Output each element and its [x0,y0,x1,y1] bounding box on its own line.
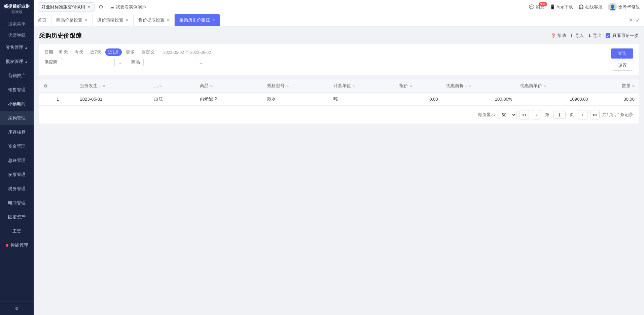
sidebar-item-funds[interactable]: 资金管理 [0,139,34,153]
query-button[interactable]: 查询 [611,48,633,59]
col-spec[interactable]: 规格型号 ⇅ [263,79,329,93]
col-more[interactable]: ... ⇅ [150,79,196,93]
tab-product-price-close[interactable]: ✕ [84,18,87,22]
sort-product-icon: ⇅ [210,84,213,88]
supplier-input[interactable] [61,58,115,66]
col-quantity[interactable]: 数量 ⇅ [592,79,639,93]
topbar-settings-icon[interactable]: ⚙ [97,2,105,11]
app-download-button[interactable]: 📱 App下载 [550,4,573,10]
page-actions: ❓ 帮助 ⬆ 导入 ⬇ 导出 只看最后一次 [550,33,639,39]
last-page-button[interactable]: ⏭ [590,110,600,119]
page-number-input[interactable] [553,111,566,119]
gear-icon: ⚙ [44,83,48,89]
sidebar-item-salary[interactable]: 工资 [0,224,34,238]
date-btn-custom[interactable]: 自定义 [139,48,157,56]
app-label: App下载 [557,4,573,10]
expand-window-icon[interactable]: ⤢ [636,17,640,23]
prev-page-button[interactable]: ‹ [532,110,541,119]
demo-label: 我要看实例演示 [116,4,146,10]
first-page-button[interactable]: ⏮ [520,110,529,119]
tabbar: 首页 商品价格设置 ✕ 进价策略设置 ✕ 售价提取设置 ✕ 采购历史价跟踪 ✕ … [34,14,644,26]
date-range: 2023-05-02 至 2023-06-02 [163,50,211,56]
data-table: ⚙ 业务发生... ⇅ ... ⇅ [39,79,639,124]
message-badge: 99+ [539,2,547,6]
table-row[interactable]: 1 2023-05-31 浙江... 丙烯酸-2-... 散水 吨 0.00 1… [39,93,639,106]
import-button[interactable]: ⬆ 导入 [570,33,584,39]
settings-button[interactable]: 设置 [612,61,633,71]
version-chevron-icon: ▼ [87,5,91,9]
cell-price: 0.00 [395,93,442,106]
filter-actions: 查询 设置 [611,48,633,71]
tab-purchase-history-close[interactable]: ✕ [212,18,215,22]
product-ellipsis[interactable]: ... [200,60,204,65]
tab-sale-price-extract-close[interactable]: ✕ [167,18,170,22]
sidebar-item-retail[interactable]: 零售管理 ▲ [0,40,34,55]
date-btn-yesterday[interactable]: 昨天 [57,48,71,56]
version-selector[interactable]: 好业财标准版交付试用 ▼ [38,2,95,12]
date-label: 日期 [44,49,53,55]
sort-price-icon: ⇅ [409,84,412,88]
col-date[interactable]: 业务发生... ⇅ [76,79,150,93]
sidebar-item-ecommerce[interactable]: 电商管理 [0,196,34,210]
tab-purchase-strategy-close[interactable]: ✕ [126,18,129,22]
cell-spec: 散水 [263,93,329,106]
cell-index: 1 [52,93,76,106]
online-service-button[interactable]: 🎧 在线客服 [578,4,603,10]
settings-icon: ⚙ [15,306,19,311]
date-btn-7days[interactable]: 近7天 [87,48,104,56]
import-icon: ⬆ [570,33,574,38]
sidebar-settings[interactable]: ⚙ [0,302,34,315]
sidebar-item-ledger[interactable]: 总账管理 [0,153,34,168]
last-only-checkbox[interactable]: 只看最后一次 [606,33,639,39]
page-header: 采购历史价跟踪 ❓ 帮助 ⬆ 导入 ⬇ 导出 只看最后一次 [39,32,639,40]
message-button[interactable]: 💬 消息 99+ [529,4,544,10]
col-unit[interactable]: 计量单位 ⇅ [329,79,395,93]
demo-link[interactable]: ☁ 我要看实例演示 [110,4,146,10]
col-price[interactable]: 报价 ⇅ [395,79,442,93]
sidebar-search[interactable]: 搜索菜单 [0,18,34,30]
sidebar-item-ecommerce-small[interactable]: 小畅电商 [0,97,34,111]
tab-sale-price-extract[interactable]: 售价提取设置 ✕ [134,14,175,26]
service-label: 在线客服 [585,4,603,10]
cell-discount: 100.00% [442,93,516,106]
col-gear[interactable]: ⚙ [39,79,52,93]
date-btn-today[interactable]: 今天 [72,48,86,56]
tab-purchase-strategy[interactable]: 进价策略设置 ✕ [93,14,134,26]
col-product[interactable]: 商品 ⇅ [196,79,263,93]
date-btn-more[interactable]: 更多 [123,48,137,56]
user-menu[interactable]: 👤 徐泽华修改 [608,3,640,11]
help-icon: ❓ [550,33,556,38]
tab-purchase-history[interactable]: 采购历史价跟踪 ✕ [175,14,220,26]
sidebar-item-wholesale[interactable]: 批发管理 ▲ [0,55,34,69]
col-discount[interactable]: 优惠前折... ⇅ [442,79,516,93]
sidebar-item-invoice[interactable]: 发票管理 [0,168,34,182]
page-label-prefix: 第 [545,112,549,118]
wholesale-arrow: ▲ [25,60,28,64]
page-label-suffix: 页 [570,112,574,118]
demo-cloud-icon: ☁ [110,4,114,9]
page-content: 采购历史价跟踪 ❓ 帮助 ⬆ 导入 ⬇ 导出 只看最后一次 [34,26,644,315]
export-icon: ⬇ [588,33,592,38]
sidebar-item-smart[interactable]: 智能管理 [0,238,34,252]
checkbox-icon [606,33,610,38]
export-button[interactable]: ⬇ 导出 [588,33,602,39]
tab-home[interactable]: 首页 [38,14,51,26]
cell-gear [39,93,52,106]
sidebar: 畅捷通好业财 标准版 搜索菜单 快捷导航 零售管理 ▲ 批发管理 ▲ 营销推广 … [0,0,34,315]
sidebar-item-purchase[interactable]: 采购管理 [0,111,34,125]
next-page-button[interactable]: › [578,110,587,119]
close-window-icon[interactable]: ✕ [629,17,633,23]
date-btn-1month[interactable]: 近1月 [105,48,122,56]
tab-product-price[interactable]: 商品价格设置 ✕ [51,14,93,26]
sidebar-item-marketing[interactable]: 营销推广 [0,69,34,83]
supplier-ellipsis[interactable]: ... [117,60,121,65]
product-input[interactable] [143,58,197,66]
sidebar-item-inventory[interactable]: 库存核算 [0,125,34,139]
sidebar-item-fixed-assets[interactable]: 固定资产 [0,210,34,224]
page-size-select[interactable]: 50 10 20 100 [498,111,517,119]
help-button[interactable]: ❓ 帮助 [550,33,566,39]
sidebar-item-sales[interactable]: 销售管理 [0,83,34,97]
sidebar-item-tax[interactable]: 税务管理 [0,182,34,196]
sidebar-nav[interactable]: 快捷导航 [0,30,34,40]
col-original-price[interactable]: 优惠前单价 ⇅ [516,79,592,93]
